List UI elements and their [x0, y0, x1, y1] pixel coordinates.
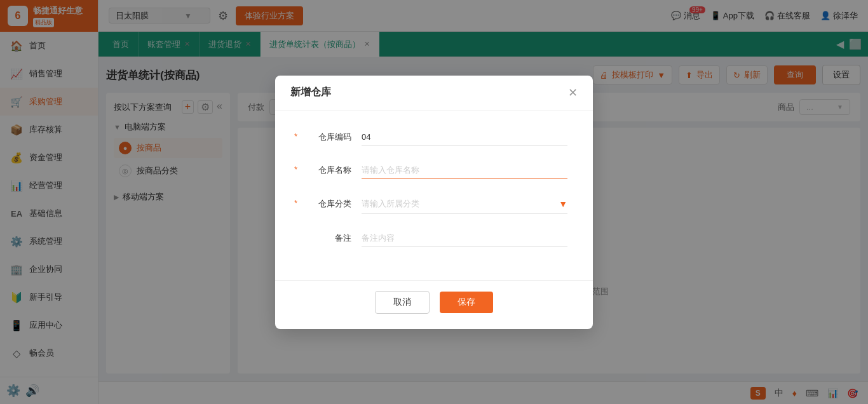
- form-row-name: 仓库名称: [301, 161, 567, 179]
- form-row-category: 仓库分类 请输入所属分类 ▼: [301, 194, 567, 214]
- dialog-header: 新增仓库 ✕: [275, 76, 593, 111]
- dialog-overlay: 新增仓库 ✕ 仓库编码 仓库名称 仓库分类 请输入所属分类 ▼: [0, 0, 868, 404]
- code-label: 仓库编码: [301, 131, 351, 143]
- remark-input[interactable]: [362, 229, 567, 247]
- name-input[interactable]: [362, 161, 567, 179]
- category-arrow-icon: ▼: [559, 199, 567, 209]
- category-label: 仓库分类: [301, 198, 351, 210]
- save-button[interactable]: 保存: [440, 292, 493, 313]
- dialog-close-button[interactable]: ✕: [568, 86, 578, 100]
- category-select[interactable]: 请输入所属分类 ▼: [362, 194, 567, 214]
- name-label: 仓库名称: [301, 165, 351, 176]
- dialog-footer: 取消 保存: [275, 281, 593, 329]
- code-input[interactable]: [362, 128, 567, 146]
- form-row-remark: 备注: [301, 229, 567, 247]
- dialog: 新增仓库 ✕ 仓库编码 仓库名称 仓库分类 请输入所属分类 ▼: [275, 76, 593, 329]
- remark-label: 备注: [301, 232, 351, 244]
- form-row-code: 仓库编码: [301, 128, 567, 146]
- category-placeholder: 请输入所属分类: [362, 198, 419, 210]
- cancel-button[interactable]: 取消: [375, 291, 430, 314]
- dialog-title: 新增仓库: [290, 86, 331, 99]
- dialog-body: 仓库编码 仓库名称 仓库分类 请输入所属分类 ▼ 备注: [275, 111, 593, 280]
